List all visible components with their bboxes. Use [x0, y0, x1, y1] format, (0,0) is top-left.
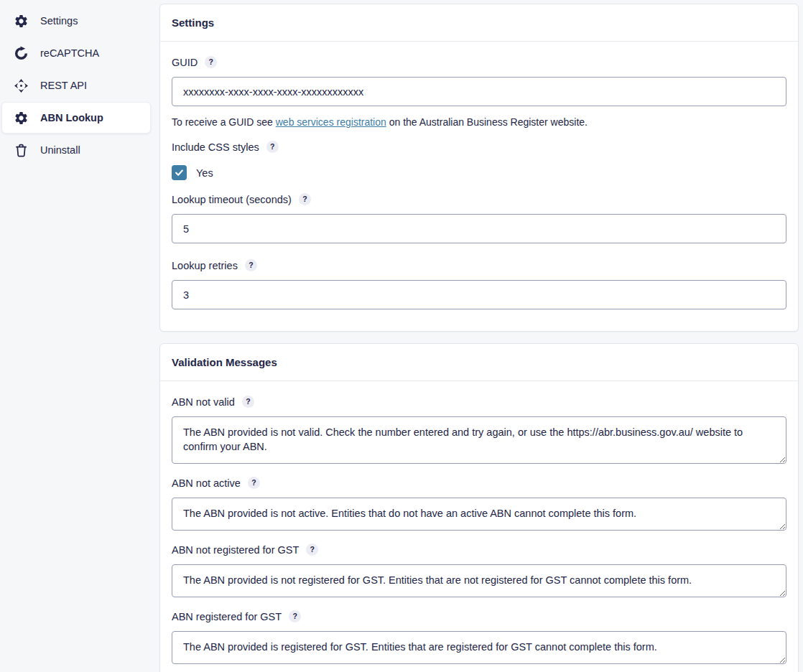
lookup-retries-label-row: Lookup retries ?	[172, 259, 786, 271]
help-icon[interactable]: ?	[245, 259, 257, 271]
gear-icon	[13, 110, 29, 126]
validation-card-body: ABN not valid ? ABN not active ? ABN not…	[160, 381, 798, 672]
abn-not-active-label: ABN not active	[172, 477, 241, 489]
include-css-label: Include CSS styles	[172, 141, 259, 153]
help-icon[interactable]: ?	[248, 477, 260, 489]
sidebar-item-label: REST API	[40, 80, 87, 91]
lookup-timeout-label-row: Lookup timeout (seconds) ?	[172, 193, 786, 205]
app-root: Settings reCAPTCHA REST API	[0, 0, 803, 672]
validation-card-title: Validation Messages	[160, 344, 798, 381]
guid-label-row: GUID ?	[172, 56, 786, 68]
help-icon[interactable]: ?	[266, 141, 279, 153]
gear-icon	[13, 13, 29, 29]
settings-card: Settings GUID ? To receive a GUID see we…	[159, 4, 799, 332]
include-css-label-row: Include CSS styles ?	[172, 141, 786, 153]
abn-not-active-textarea[interactable]	[172, 498, 786, 531]
abn-not-active-label-row: ABN not active ?	[172, 477, 786, 489]
abn-registered-gst-label-row: ABN registered for GST ?	[172, 610, 786, 622]
sidebar-item-label: Settings	[40, 15, 78, 27]
guid-input[interactable]	[172, 77, 786, 106]
settings-sidebar: Settings reCAPTCHA REST API	[0, 0, 151, 672]
settings-main: Settings GUID ? To receive a GUID see we…	[151, 0, 803, 672]
abn-not-valid-label: ABN not valid	[172, 396, 235, 408]
sidebar-item-uninstall[interactable]: Uninstall	[1, 134, 151, 166]
abn-registered-gst-textarea[interactable]	[172, 631, 786, 664]
guid-helper-suffix: on the Australian Business Register webs…	[386, 116, 588, 128]
abn-not-registered-gst-label: ABN not registered for GST	[172, 544, 299, 556]
settings-card-body: GUID ? To receive a GUID see web service…	[160, 42, 798, 331]
abn-not-registered-gst-textarea[interactable]	[172, 564, 786, 597]
sidebar-item-label: ABN Lookup	[40, 112, 103, 123]
lookup-timeout-input[interactable]	[172, 214, 786, 243]
help-icon[interactable]: ?	[289, 610, 301, 622]
abn-not-valid-label-row: ABN not valid ?	[172, 396, 786, 408]
trash-icon	[13, 142, 29, 158]
lookup-retries-input[interactable]	[172, 280, 786, 309]
include-css-checkbox[interactable]	[172, 165, 187, 180]
validation-messages-card: Validation Messages ABN not valid ? ABN …	[159, 343, 799, 672]
lookup-retries-label: Lookup retries	[172, 260, 238, 271]
include-css-checkbox-label: Yes	[196, 167, 213, 179]
abn-not-registered-gst-label-row: ABN not registered for GST ?	[172, 543, 786, 556]
lookup-timeout-label: Lookup timeout (seconds)	[172, 194, 292, 205]
rest-api-icon	[13, 78, 29, 93]
help-icon[interactable]: ?	[242, 396, 254, 408]
guid-helper-prefix: To receive a GUID see	[172, 116, 276, 128]
help-icon[interactable]: ?	[306, 543, 318, 556]
sidebar-item-abn-lookup[interactable]: ABN Lookup	[1, 102, 151, 134]
abn-not-valid-textarea[interactable]	[172, 416, 786, 464]
sidebar-item-rest-api[interactable]: REST API	[1, 70, 151, 101]
guid-label: GUID	[172, 57, 198, 68]
sidebar-item-settings[interactable]: Settings	[1, 5, 151, 37]
sidebar-item-label: Uninstall	[40, 144, 80, 156]
sidebar-item-recaptcha[interactable]: reCAPTCHA	[1, 37, 151, 69]
web-services-registration-link[interactable]: web services registration	[276, 116, 386, 128]
abn-registered-gst-label: ABN registered for GST	[172, 611, 282, 622]
include-css-checkbox-row: Yes	[172, 165, 786, 180]
help-icon[interactable]: ?	[299, 193, 311, 205]
sidebar-item-label: reCAPTCHA	[40, 47, 99, 59]
guid-helper-text: To receive a GUID see web services regis…	[172, 116, 786, 128]
settings-card-title: Settings	[160, 4, 798, 42]
recaptcha-icon	[13, 45, 29, 61]
help-icon[interactable]: ?	[205, 56, 217, 68]
check-icon	[175, 168, 184, 177]
